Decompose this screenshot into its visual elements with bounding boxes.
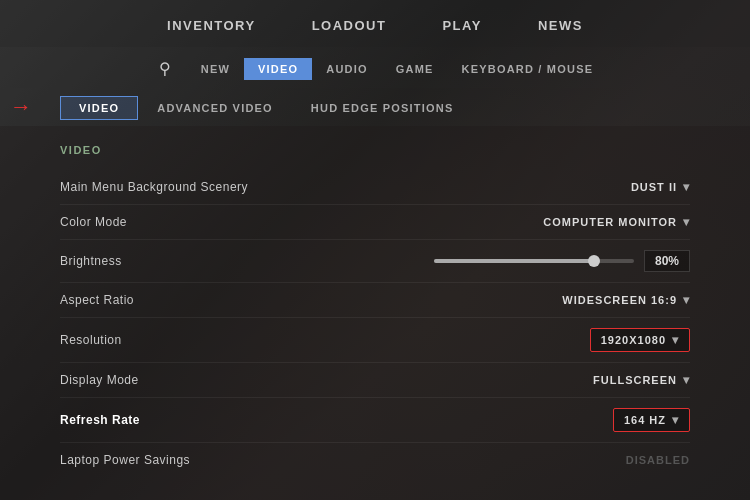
setting-value[interactable]: 164 HZ▾ bbox=[613, 408, 690, 432]
setting-row: Aspect RatioWIDESCREEN 16:9▾ bbox=[60, 283, 690, 318]
setting-label: Color Mode bbox=[60, 215, 127, 229]
setting-value-text: FULLSCREEN bbox=[593, 374, 677, 386]
chevron-down-icon: ▾ bbox=[672, 413, 679, 427]
tab-item-video[interactable]: VIDEO bbox=[60, 96, 138, 120]
setting-row: Color ModeCOMPUTER MONITOR▾ bbox=[60, 205, 690, 240]
slider-fill bbox=[434, 259, 594, 263]
brightness-value: 80% bbox=[644, 250, 690, 272]
setting-row: Refresh Rate164 HZ▾ bbox=[60, 398, 690, 443]
chevron-down-icon: ▾ bbox=[672, 333, 679, 347]
setting-label: Resolution bbox=[60, 333, 122, 347]
setting-value-text: COMPUTER MONITOR bbox=[543, 216, 677, 228]
chevron-down-icon: ▾ bbox=[683, 293, 690, 307]
setting-label: Display Mode bbox=[60, 373, 139, 387]
setting-value[interactable]: COMPUTER MONITOR▾ bbox=[543, 215, 690, 229]
setting-value-disabled: DISABLED bbox=[626, 454, 690, 466]
chevron-down-icon: ▾ bbox=[683, 215, 690, 229]
setting-row: Laptop Power SavingsDISABLED bbox=[60, 443, 690, 477]
arrow-indicator: → bbox=[10, 96, 32, 118]
setting-row: Brightness80% bbox=[60, 240, 690, 283]
top-nav-item-inventory[interactable]: INVENTORY bbox=[159, 14, 264, 37]
sub-nav-item-audio[interactable]: AUDIO bbox=[312, 58, 381, 80]
chevron-down-icon: ▾ bbox=[683, 373, 690, 387]
setting-row: Display ModeFULLSCREEN▾ bbox=[60, 363, 690, 398]
top-nav-item-play[interactable]: PLAY bbox=[434, 14, 489, 37]
setting-label: Laptop Power Savings bbox=[60, 453, 190, 467]
setting-label: Refresh Rate bbox=[60, 413, 140, 427]
setting-value[interactable]: FULLSCREEN▾ bbox=[593, 373, 690, 387]
top-nav-item-news[interactable]: NEWS bbox=[530, 14, 591, 37]
setting-value[interactable]: DUST II▾ bbox=[631, 180, 690, 194]
top-nav: INVENTORYLOADOUTPLAYNEWS bbox=[0, 0, 750, 47]
setting-value[interactable]: WIDESCREEN 16:9▾ bbox=[562, 293, 690, 307]
setting-value-text: WIDESCREEN 16:9 bbox=[562, 294, 677, 306]
setting-row: Resolution1920X1080▾ bbox=[60, 318, 690, 363]
setting-value-text: 164 HZ bbox=[624, 414, 666, 426]
chevron-down-icon: ▾ bbox=[683, 180, 690, 194]
sub-nav-item-new[interactable]: NEW bbox=[187, 58, 244, 80]
content-area: Video Main Menu Background SceneryDUST I… bbox=[0, 126, 750, 500]
sub-nav-item-video[interactable]: VIDEO bbox=[244, 58, 312, 80]
tab-item-advanced-video[interactable]: ADVANCED VIDEO bbox=[138, 96, 292, 120]
setting-value-text: DUST II bbox=[631, 181, 677, 193]
tab-item-hud-edge-positions[interactable]: HUD EDGE POSITIONS bbox=[292, 96, 473, 120]
setting-row: Main Menu Background SceneryDUST II▾ bbox=[60, 170, 690, 205]
slider-track[interactable] bbox=[434, 259, 634, 263]
setting-label: Main Menu Background Scenery bbox=[60, 180, 248, 194]
setting-label: Brightness bbox=[60, 254, 122, 268]
brightness-control: 80% bbox=[434, 250, 690, 272]
sub-nav: ⚲ NEWVIDEOAUDIOGAMEKEYBOARD / MOUSE bbox=[0, 47, 750, 88]
sub-nav-item-keyboard-mouse[interactable]: KEYBOARD / MOUSE bbox=[448, 58, 608, 80]
slider-thumb[interactable] bbox=[588, 255, 600, 267]
sub-nav-item-game[interactable]: GAME bbox=[382, 58, 448, 80]
setting-value[interactable]: 1920X1080▾ bbox=[590, 328, 690, 352]
section-label: Video bbox=[60, 144, 690, 156]
top-nav-item-loadout[interactable]: LOADOUT bbox=[304, 14, 395, 37]
tab-row: → VIDEOADVANCED VIDEOHUD EDGE POSITIONS bbox=[0, 88, 750, 126]
search-icon[interactable]: ⚲ bbox=[143, 55, 187, 82]
settings-list: Main Menu Background SceneryDUST II▾Colo… bbox=[60, 170, 690, 477]
setting-value-text: 1920X1080 bbox=[601, 334, 666, 346]
setting-label: Aspect Ratio bbox=[60, 293, 134, 307]
